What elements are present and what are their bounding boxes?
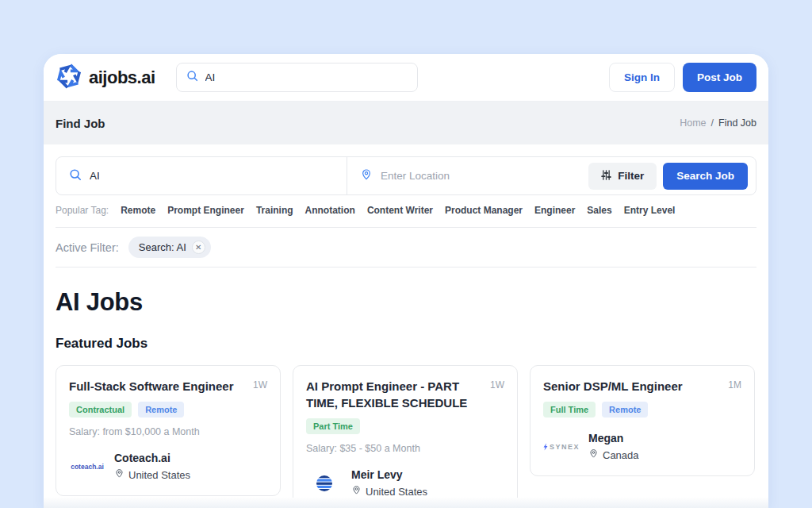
sign-in-button[interactable]: Sign In xyxy=(609,63,675,92)
popular-tag[interactable]: Content Writer xyxy=(367,205,433,216)
company-info: Coteach.ai United States xyxy=(114,452,190,481)
bolt-icon xyxy=(543,441,548,453)
keyword-field[interactable] xyxy=(56,157,347,194)
job-posted-age: 1M xyxy=(728,379,741,391)
company-location-text: United States xyxy=(366,486,427,498)
job-card[interactable]: Senior DSP/ML Engineer 1M Full TimeRemot… xyxy=(530,365,755,476)
pinwheel-logo-icon xyxy=(56,63,82,93)
breadcrumb: Home / Find Job xyxy=(680,117,756,129)
job-badges: Full TimeRemote xyxy=(543,402,741,418)
search-job-button[interactable]: Search Job xyxy=(663,163,748,190)
header-search-box[interactable] xyxy=(176,63,418,92)
popular-tag[interactable]: Sales xyxy=(587,205,611,216)
company-location-text: Canada xyxy=(603,449,639,461)
header: aijobs.ai Sign In Post Job xyxy=(44,54,768,102)
company-logo: coteach.ai xyxy=(69,463,105,471)
job-posted-age: 1W xyxy=(253,379,267,391)
coteach-wordmark-logo: coteach.ai xyxy=(71,463,104,471)
job-card-header: Senior DSP/ML Engineer 1M xyxy=(543,378,741,394)
job-title: Full-Stack Software Engineer xyxy=(69,378,242,394)
job-type-badge: Remote xyxy=(138,402,184,418)
featured-jobs-title: Featured Jobs xyxy=(56,336,756,352)
page-section-title: Find Job xyxy=(56,117,105,130)
popular-tag[interactable]: Entry Level xyxy=(624,205,676,216)
job-search-panel: Filter Search Job xyxy=(56,156,756,195)
job-type-badge: Part Time xyxy=(306,418,360,434)
company-logo xyxy=(306,474,343,493)
job-badges: Part Time xyxy=(306,418,504,434)
job-card-header: AI Prompt Engineer - PART TIME, FLEXIBLE… xyxy=(306,378,504,411)
site-logo-text: aijobs.ai xyxy=(89,67,155,88)
breadcrumb-bar: Find Job Home / Find Job xyxy=(44,102,768,144)
filter-button[interactable]: Filter xyxy=(588,163,657,190)
company-row: SYNEX Megan Canada xyxy=(543,432,741,461)
job-card[interactable]: AI Prompt Engineer - PART TIME, FLEXIBLE… xyxy=(293,365,518,508)
company-info: Megan Canada xyxy=(588,432,639,461)
job-type-badge: Full Time xyxy=(543,402,596,418)
header-search-input[interactable] xyxy=(205,71,408,83)
active-filter-chip-label: Search: AI xyxy=(139,241,186,253)
breadcrumb-separator: / xyxy=(711,117,714,129)
job-posted-age: 1W xyxy=(490,379,504,391)
company-location: United States xyxy=(351,485,427,498)
post-job-button[interactable]: Post Job xyxy=(683,63,756,92)
site-logo[interactable]: aijobs.ai xyxy=(56,63,155,93)
content-area: Filter Search Job Popular Tag: RemotePro… xyxy=(44,156,768,508)
company-location: United States xyxy=(114,468,190,481)
job-title: AI Prompt Engineer - PART TIME, FLEXIBLE… xyxy=(306,378,490,411)
search-icon xyxy=(186,70,198,85)
job-type-badge: Remote xyxy=(602,402,648,418)
search-icon xyxy=(69,168,82,184)
job-salary: Salary: from $10,000 a Month xyxy=(69,426,267,437)
pin-icon xyxy=(351,485,362,498)
company-location-text: United States xyxy=(128,469,190,481)
popular-tags-list: RemotePrompt EngineerTrainingAnnotationC… xyxy=(121,205,675,216)
company-location: Canada xyxy=(588,448,639,461)
striped-globe-icon xyxy=(315,474,334,493)
popular-tag[interactable]: Prompt Engineer xyxy=(167,205,244,216)
pin-icon xyxy=(114,468,124,481)
job-card[interactable]: Full-Stack Software Engineer 1W Contract… xyxy=(56,365,281,496)
company-row: Meir Levy United States xyxy=(306,468,504,498)
location-pin-icon xyxy=(360,168,373,184)
header-actions: Sign In Post Job xyxy=(609,63,756,92)
keyword-input[interactable] xyxy=(90,170,334,182)
job-type-badge: Contractual xyxy=(69,402,132,418)
footer-edge xyxy=(44,498,768,508)
company-logo: SYNEX xyxy=(543,441,580,453)
sliders-icon xyxy=(601,170,611,183)
featured-jobs-list: Full-Stack Software Engineer 1W Contract… xyxy=(56,365,756,508)
breadcrumb-current: Find Job xyxy=(718,117,756,129)
popular-tag[interactable]: Annotation xyxy=(305,205,355,216)
main-window: aijobs.ai Sign In Post Job Find Job Home… xyxy=(44,54,768,508)
active-filter-chip: Search: AI ✕ xyxy=(128,237,211,258)
location-field[interactable] xyxy=(347,157,588,194)
popular-tag[interactable]: Engineer xyxy=(534,205,575,216)
company-row: coteach.ai Coteach.ai United States xyxy=(69,452,267,481)
divider xyxy=(56,267,756,267)
synex-wordmark-logo: SYNEX xyxy=(550,443,580,451)
page-title: AI Jobs xyxy=(56,288,756,317)
pin-icon xyxy=(588,448,599,461)
company-name: Megan xyxy=(588,432,639,444)
popular-tags-label: Popular Tag: xyxy=(56,205,109,216)
chip-close-icon[interactable]: ✕ xyxy=(192,241,205,254)
filter-button-label: Filter xyxy=(618,170,644,182)
popular-tag[interactable]: Remote xyxy=(121,205,155,216)
job-title: Senior DSP/ML Engineer xyxy=(543,378,691,394)
company-name: Meir Levy xyxy=(351,468,427,481)
active-filter-row: Active Filter: Search: AI ✕ xyxy=(56,228,756,267)
breadcrumb-home-link[interactable]: Home xyxy=(680,117,706,129)
popular-tags-row: Popular Tag: RemotePrompt EngineerTraini… xyxy=(56,205,756,216)
job-badges: ContractualRemote xyxy=(69,402,267,418)
company-name: Coteach.ai xyxy=(114,452,190,464)
popular-tag[interactable]: Training xyxy=(256,205,293,216)
company-info: Meir Levy United States xyxy=(351,468,427,498)
location-input[interactable] xyxy=(381,170,576,182)
job-salary: Salary: $35 - $50 a Month xyxy=(306,443,504,454)
active-filter-label: Active Filter: xyxy=(56,241,119,254)
job-card-header: Full-Stack Software Engineer 1W xyxy=(69,378,267,394)
popular-tag[interactable]: Product Manager xyxy=(445,205,523,216)
